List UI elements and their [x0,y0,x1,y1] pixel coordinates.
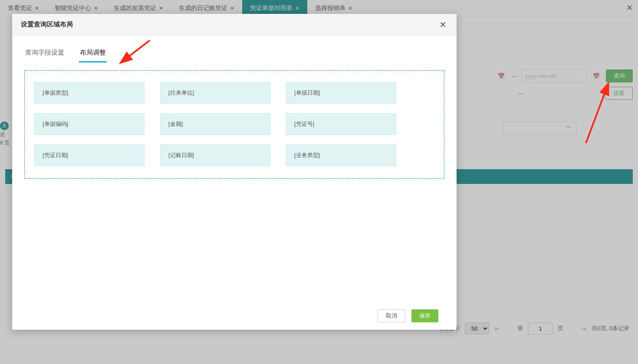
modal-body: 查询字段设置 布局调整 [单据类型] [往来单位] [单据日期] [单据编码] … [12,36,457,302]
field-booking-date[interactable]: [记账日期] [160,144,270,166]
field-amount[interactable]: [金额] [160,113,270,135]
tab-layout-adjust[interactable]: 布局调整 [79,46,107,62]
field-counterparty[interactable]: [往来单位] [160,82,270,104]
tab-query-fields[interactable]: 查询字段设置 [24,46,65,62]
field-voucher-date[interactable]: [凭证日期] [34,144,145,166]
field-doc-date[interactable]: [单据日期] [286,82,396,104]
layout-drag-area: [单据类型] [往来单位] [单据日期] [单据编码] [金额] [凭证号] [… [24,70,444,179]
field-doc-type[interactable]: [单据类型] [34,82,145,104]
modal-header: 设置查询区域布局 ✕ [12,14,457,36]
cancel-button[interactable]: 取消 [378,309,405,322]
field-business-type[interactable]: [业务类型] [286,144,396,166]
modal-footer: 取消 保存 [12,302,457,330]
modal-close-icon[interactable]: ✕ [437,20,448,30]
field-doc-code[interactable]: [单据编码] [34,113,145,135]
field-voucher-no[interactable]: [凭证号] [286,113,396,135]
field-grid: [单据类型] [往来单位] [单据日期] [单据编码] [金额] [凭证号] [… [34,82,434,166]
layout-settings-modal: 设置查询区域布局 ✕ 查询字段设置 布局调整 [单据类型] [往来单位] [单据… [12,14,457,330]
save-button[interactable]: 保存 [411,309,438,322]
modal-title: 设置查询区域布局 [21,20,73,29]
modal-tabs: 查询字段设置 布局调整 [24,46,444,62]
